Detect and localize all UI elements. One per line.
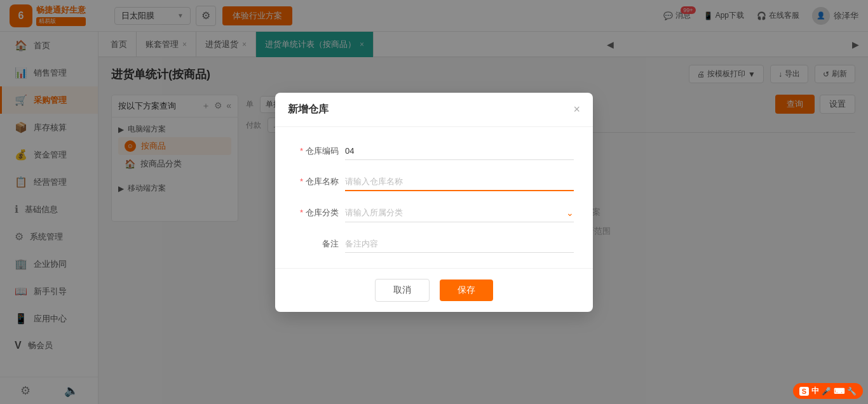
required-star-category: *: [300, 208, 303, 217]
bottom-right-badge: S 中 🎤 ⌨ 🔧: [793, 383, 863, 399]
required-star-code: *: [300, 146, 303, 156]
category-select[interactable]: ⌄: [345, 204, 574, 222]
dialog-footer: 取消 保存: [275, 268, 593, 312]
form-row-code: *仓库编码: [294, 142, 574, 160]
name-label: *仓库名称: [294, 176, 339, 187]
dialog-header: 新增仓库 ×: [275, 93, 593, 127]
category-arrow-icon: ⌄: [566, 208, 574, 218]
name-input[interactable]: [345, 173, 574, 191]
category-input[interactable]: [345, 208, 566, 217]
code-input[interactable]: [345, 142, 574, 160]
keyboard-icon: ⌨: [834, 387, 844, 396]
code-label: *仓库编码: [294, 145, 339, 157]
dialog-overlay[interactable]: 新增仓库 × *仓库编码 *仓库名称 *仓库分类: [0, 0, 868, 404]
note-input[interactable]: [345, 235, 574, 253]
tools-icon: 🔧: [847, 387, 857, 396]
category-label: *仓库分类: [294, 207, 339, 219]
form-row-category: *仓库分类 ⌄: [294, 204, 574, 222]
save-button[interactable]: 保存: [440, 279, 493, 301]
note-label: 备注: [294, 238, 339, 250]
dialog-title: 新增仓库: [288, 103, 329, 116]
new-warehouse-dialog: 新增仓库 × *仓库编码 *仓库名称 *仓库分类: [275, 93, 593, 312]
s-logo: S: [799, 387, 809, 396]
cancel-button[interactable]: 取消: [375, 279, 430, 302]
form-row-note: 备注: [294, 235, 574, 253]
dialog-close-icon[interactable]: ×: [573, 104, 580, 115]
mic-icon: 🎤: [822, 387, 831, 396]
dialog-body: *仓库编码 *仓库名称 *仓库分类 ⌄: [275, 127, 593, 268]
form-row-name: *仓库名称: [294, 173, 574, 191]
chinese-label: 中: [811, 386, 819, 396]
required-star-name: *: [300, 177, 303, 186]
